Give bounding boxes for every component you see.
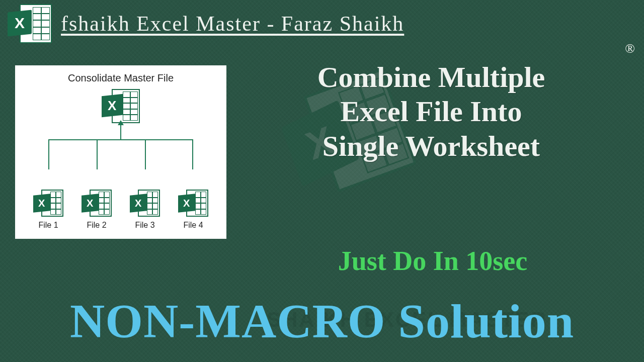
file-label: File 3 bbox=[130, 221, 160, 230]
main-headline: Combine Multiple Excel File Into Single … bbox=[232, 60, 630, 163]
excel-icon: X bbox=[102, 89, 140, 123]
excel-icon: X bbox=[8, 4, 52, 43]
file-label: File 2 bbox=[82, 221, 112, 230]
connectors bbox=[20, 129, 221, 185]
file-label: File 4 bbox=[178, 221, 208, 230]
file-node: X File 3 bbox=[130, 190, 160, 230]
registered-mark: ® bbox=[625, 41, 635, 56]
headline-line: Combine Multiple bbox=[232, 60, 630, 95]
solution-text: NON-MACRO Solution bbox=[0, 293, 644, 349]
header: X fshaikh Excel Master - Faraz Shaikh bbox=[8, 4, 644, 43]
file-node: X File 2 bbox=[82, 190, 112, 230]
diagram-caption: Consolidate Master File bbox=[20, 72, 221, 84]
excel-icon: X bbox=[33, 190, 63, 217]
file-label: File 1 bbox=[33, 221, 63, 230]
headline-line: Excel File Into bbox=[232, 95, 630, 129]
excel-icon: X bbox=[130, 190, 160, 217]
headline-line: Single Worksheet bbox=[232, 129, 630, 163]
consolidate-diagram: Consolidate Master File X X F bbox=[15, 65, 226, 239]
excel-icon: X bbox=[178, 190, 208, 217]
file-node: X File 4 bbox=[178, 190, 208, 230]
channel-title: fshaikh Excel Master - Faraz Shaikh bbox=[61, 12, 404, 36]
file-node: X File 1 bbox=[33, 190, 63, 230]
excel-icon: X bbox=[82, 190, 112, 217]
tagline: Just Do In 10sec bbox=[272, 245, 594, 277]
